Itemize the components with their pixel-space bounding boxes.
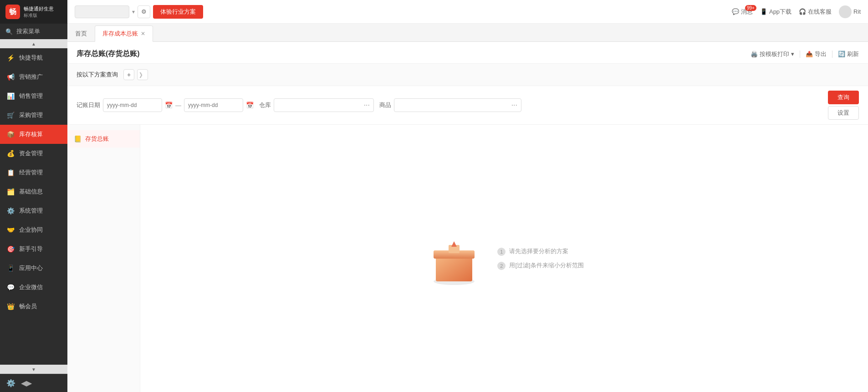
sidebar-item-label: 营销推广 bbox=[19, 73, 43, 81]
tip-num-1: 1 bbox=[497, 248, 505, 256]
inventory-icon: 📦 bbox=[6, 131, 15, 138]
app-download-label: App下载 bbox=[769, 8, 791, 16]
tab-inventory-ledger[interactable]: 库存成本总账 ✕ bbox=[95, 25, 153, 42]
avatar bbox=[839, 5, 852, 18]
user-name: Rit bbox=[853, 8, 861, 15]
notification-area[interactable]: 💬 消息 99+ bbox=[732, 8, 753, 16]
scroll-up-btn[interactable]: ▲ bbox=[0, 39, 67, 48]
export-btn[interactable]: 📤 导出 bbox=[806, 50, 827, 58]
calendar-from-icon[interactable]: 📅 bbox=[165, 102, 173, 109]
sidebar-item-basic[interactable]: 🗂️ 基础信息 bbox=[0, 182, 67, 201]
calendar-to-icon[interactable]: 📅 bbox=[246, 102, 254, 109]
add-filter-btn[interactable]: + bbox=[123, 69, 134, 80]
scheme-sidebar: 📒 存货总账 bbox=[67, 125, 140, 392]
app-download-link[interactable]: 📱 App下载 bbox=[760, 8, 791, 16]
query-btn[interactable]: 查询 bbox=[828, 91, 859, 104]
breadcrumb-input[interactable] bbox=[75, 5, 129, 18]
notification-count-badge: 99+ bbox=[745, 5, 756, 11]
sidebar-item-system[interactable]: ⚙️ 系统管理 bbox=[0, 201, 67, 220]
sidebar-item-label: 资金管理 bbox=[19, 149, 43, 158]
purchase-icon: 🛒 bbox=[6, 112, 15, 119]
settings-action-btn[interactable]: 设置 bbox=[828, 106, 859, 120]
tip-num-2: 2 bbox=[497, 262, 505, 270]
tab-inventory-ledger-label: 库存成本总账 bbox=[102, 30, 138, 38]
refresh-icon: 🔄 bbox=[838, 51, 845, 57]
sidebar-item-label: 应用中心 bbox=[19, 264, 43, 272]
sidebar-item-inventory[interactable]: 📦 库存核算 bbox=[0, 125, 67, 144]
date-filter-field: 记账日期 📅 — 📅 bbox=[77, 98, 254, 112]
user-area[interactable]: Rit bbox=[839, 5, 861, 18]
main-area: ▾ ⚙ 体验行业方案 💬 消息 99+ 📱 App下载 🎧 在线客服 Rit bbox=[67, 0, 868, 392]
scheme-item-inventory-total[interactable]: 📒 存货总账 bbox=[67, 130, 140, 148]
online-service-link[interactable]: 🎧 在线客服 bbox=[799, 8, 832, 16]
operation-icon: 📋 bbox=[6, 169, 15, 176]
marketing-icon: 📢 bbox=[6, 73, 15, 81]
warehouse-ellipsis-icon[interactable]: ··· bbox=[364, 101, 370, 109]
finance-icon: 💰 bbox=[6, 150, 15, 157]
sidebar-item-label: 新手引导 bbox=[19, 245, 43, 253]
logo-line1: 畅捷通好生意 bbox=[24, 5, 54, 12]
page-header: 库存总账(存货总账) 🖨️ 按模板打印 ▾ 📤 导出 🔄 刷新 bbox=[67, 42, 868, 64]
header-right: 💬 消息 99+ 📱 App下载 🎧 在线客服 Rit bbox=[732, 5, 861, 18]
filter-bar: 按以下方案查询 + 《 bbox=[67, 64, 868, 86]
goods-ellipsis-icon[interactable]: ··· bbox=[511, 101, 517, 109]
sidebar-item-finance[interactable]: 💰 资金管理 bbox=[0, 144, 67, 163]
sidebar-item-collab[interactable]: 🤝 企业协同 bbox=[0, 220, 67, 239]
print-btn[interactable]: 🖨️ 按模板打印 ▾ bbox=[751, 50, 794, 58]
tab-bar: 首页 库存成本总账 ✕ bbox=[67, 24, 868, 42]
divider bbox=[832, 51, 832, 58]
filter-inputs: 记账日期 📅 — 📅 仓库 ··· 商品 bbox=[77, 98, 822, 112]
goods-filter-field: 商品 ··· bbox=[379, 98, 521, 112]
sales-icon: 📊 bbox=[6, 92, 15, 100]
collapse-filter-btn[interactable]: 《 bbox=[137, 69, 148, 80]
tab-home[interactable]: 首页 bbox=[67, 25, 95, 41]
sidebar-item-label: 库存核算 bbox=[19, 130, 43, 138]
settings-gear-btn[interactable]: ⚙ bbox=[138, 5, 150, 18]
search-menu-btn[interactable]: 🔍 搜索菜单 bbox=[0, 24, 67, 39]
goods-select[interactable]: ··· bbox=[394, 98, 521, 112]
sidebar-item-operation[interactable]: 📋 经营管理 bbox=[0, 163, 67, 182]
filter-label: 按以下方案查询 bbox=[77, 71, 118, 79]
sidebar-item-newbie[interactable]: 🎯 新手引导 bbox=[0, 239, 67, 259]
sidebar: 畅 畅捷通好生意 标准版 🔍 搜索菜单 ▲ ⚡ 快捷导航 📢 营销推广 📊 销售… bbox=[0, 0, 67, 392]
chevron-down-icon[interactable]: ▾ bbox=[132, 9, 135, 15]
sidebar-item-quick-nav[interactable]: ⚡ 快捷导航 bbox=[0, 48, 67, 67]
sidebar-item-marketing[interactable]: 📢 营销推广 bbox=[0, 67, 67, 87]
sidebar-logo: 畅 畅捷通好生意 标准版 bbox=[0, 0, 67, 24]
tip-item-1: 1 请先选择要分析的方案 bbox=[497, 247, 583, 256]
tip-text-1: 请先选择要分析的方案 bbox=[509, 247, 568, 255]
search-menu-label: 搜索菜单 bbox=[16, 27, 40, 36]
sidebar-item-member[interactable]: 👑 畅会员 bbox=[0, 297, 67, 316]
logo-line2: 标准版 bbox=[24, 12, 54, 19]
tip-item-2: 2 用[过滤]条件来缩小分析范围 bbox=[497, 261, 583, 270]
settings-footer-icon[interactable]: ⚙️ bbox=[6, 379, 15, 387]
sidebar-item-label: 系统管理 bbox=[19, 207, 43, 215]
date-from-input[interactable] bbox=[103, 98, 162, 112]
sidebar-item-wechat[interactable]: 💬 企业微信 bbox=[0, 278, 67, 297]
page-title: 库存总账(存货总账) bbox=[77, 49, 140, 59]
scroll-down-btn[interactable]: ▼ bbox=[0, 365, 67, 374]
sidebar-item-label: 销售管理 bbox=[19, 92, 43, 100]
sidebar-item-sales[interactable]: 📊 销售管理 bbox=[0, 87, 67, 106]
sidebar-item-label: 企业协同 bbox=[19, 226, 43, 234]
appstore-icon: 📱 bbox=[6, 265, 15, 272]
export-label: 导出 bbox=[815, 50, 827, 58]
date-to-input[interactable] bbox=[184, 98, 243, 112]
date-separator: — bbox=[175, 102, 181, 109]
refresh-label: 刷新 bbox=[847, 50, 859, 58]
warehouse-select[interactable]: ··· bbox=[274, 98, 374, 112]
tab-close-icon[interactable]: ✕ bbox=[141, 31, 145, 37]
print-chevron-icon: ▾ bbox=[791, 51, 794, 57]
industry-solution-btn[interactable]: 体验行业方案 bbox=[153, 5, 203, 19]
scheme-book-icon: 📒 bbox=[74, 135, 82, 143]
warehouse-filter-field: 仓库 ··· bbox=[259, 98, 374, 112]
sidebar-item-purchase[interactable]: 🛒 采购管理 bbox=[0, 106, 67, 125]
empty-illustration bbox=[424, 231, 479, 286]
sidebar-item-label: 基础信息 bbox=[19, 188, 43, 196]
refresh-btn[interactable]: 🔄 刷新 bbox=[838, 50, 859, 58]
goods-filter-label: 商品 bbox=[379, 101, 391, 109]
sidebar-item-appstore[interactable]: 📱 应用中心 bbox=[0, 259, 67, 278]
collapse-sidebar-btn[interactable]: ◀▶ bbox=[21, 379, 32, 387]
filter-buttons: + 《 bbox=[123, 69, 148, 80]
date-filter-label: 记账日期 bbox=[77, 101, 100, 109]
